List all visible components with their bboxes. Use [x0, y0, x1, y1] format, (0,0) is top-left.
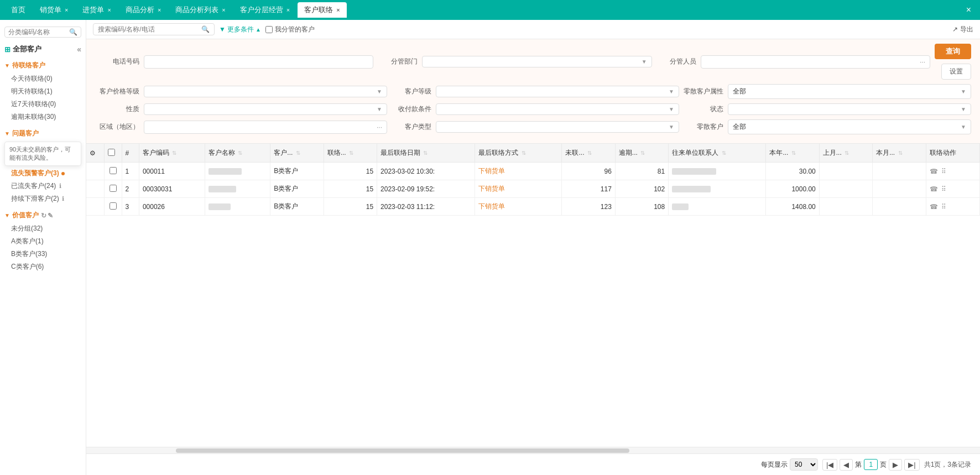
- td-check-1[interactable]: [104, 163, 122, 180]
- th-uncontacted[interactable]: 未联... ⇅: [562, 144, 615, 163]
- th-last-month[interactable]: 上月... ⇅: [819, 144, 872, 163]
- th-overdue[interactable]: 逾期... ⇅: [615, 144, 668, 163]
- sidebar-item-lost[interactable]: 已流失客户(24) ℹ: [0, 180, 86, 192]
- sidebar-collapse-icon[interactable]: «: [77, 45, 81, 54]
- row1-checkbox[interactable]: [110, 167, 117, 174]
- select-all-checkbox[interactable]: [108, 149, 115, 156]
- tab-customer-connect-close[interactable]: ×: [336, 7, 340, 13]
- th-last-date[interactable]: 最后联络日期 ⇅: [377, 144, 475, 163]
- th-this-month[interactable]: 本月... ⇅: [873, 144, 926, 163]
- th-type[interactable]: 客户... ⇅: [270, 144, 324, 163]
- horizontal-scrollbar[interactable]: [86, 447, 980, 453]
- zero-attr-select[interactable]: 全部 ▼: [728, 84, 971, 99]
- th-contact[interactable]: 联络... ⇅: [324, 144, 377, 163]
- tab-analysis-table-close[interactable]: ×: [222, 7, 225, 13]
- sidebar-search-input[interactable]: [8, 28, 69, 36]
- tab-purchase[interactable]: 进货单 ×: [76, 2, 117, 18]
- th-contacts[interactable]: 往来单位联系人 ⇅: [669, 144, 766, 163]
- sidebar-item-typeC[interactable]: C类客户(6): [0, 260, 86, 273]
- tab-sales[interactable]: 销货单 ×: [33, 2, 75, 18]
- status-select[interactable]: ▼: [728, 103, 971, 115]
- price-level-select[interactable]: ▼: [144, 86, 387, 97]
- th-last-method[interactable]: 最后联络方式 ⇅: [475, 144, 562, 163]
- sidebar-item-typeB[interactable]: B类客户(33): [0, 248, 86, 260]
- tab-home[interactable]: 首页: [4, 2, 32, 18]
- sidebar-group-value-title[interactable]: ▼ 价值客户 ↻ ✎: [0, 208, 86, 222]
- tab-analysis[interactable]: 商品分析 ×: [119, 2, 168, 18]
- settings-btn[interactable]: 设置: [941, 64, 971, 80]
- payment-select[interactable]: ▼: [436, 103, 679, 115]
- th-gear[interactable]: ⚙: [86, 144, 104, 163]
- phone-input[interactable]: [144, 55, 373, 69]
- th-this-year[interactable]: 本年... ⇅: [766, 144, 819, 163]
- refresh-icon[interactable]: ↻: [41, 212, 46, 220]
- gender-select[interactable]: ▼: [144, 103, 387, 115]
- sidebar-search-icon[interactable]: 🔍: [69, 28, 77, 36]
- sidebar-item-today[interactable]: 今天待联络(0): [0, 72, 86, 85]
- action-more-icon-1[interactable]: ⠿: [941, 168, 946, 175]
- sidebar-item-declining[interactable]: 持续下滑客户(2) ℹ: [0, 192, 86, 205]
- action-call-icon-2[interactable]: ☎: [930, 185, 938, 193]
- td-method-2[interactable]: 下销货单: [475, 180, 562, 198]
- sidebar-item-warn-loss[interactable]: 流失预警客户(3): [0, 167, 86, 180]
- scrollbar-thumb[interactable]: [176, 448, 629, 453]
- td-method-3[interactable]: 下销货单: [475, 198, 562, 216]
- tab-customer-layer[interactable]: 客户分层经营 ×: [233, 2, 296, 18]
- sidebar-group-problem-title[interactable]: ▼ 问题客户: [0, 127, 86, 140]
- action-more-icon-3[interactable]: ⠿: [941, 203, 946, 211]
- row2-checkbox[interactable]: [110, 185, 117, 192]
- my-customers-checkbox[interactable]: 我分管的客户: [265, 25, 315, 34]
- manager-select[interactable]: ···: [701, 55, 930, 69]
- search-icon[interactable]: 🔍: [201, 25, 210, 33]
- method-link-3[interactable]: 下销货单: [478, 202, 505, 210]
- tab-analysis-close[interactable]: ×: [158, 7, 161, 13]
- sidebar-item-typeA[interactable]: A类客户(1): [0, 235, 86, 248]
- th-name[interactable]: 客户名称 ⇅: [205, 144, 270, 163]
- search-box[interactable]: 🔍: [93, 23, 215, 35]
- td-check-2[interactable]: [104, 180, 122, 198]
- tab-customer-layer-close[interactable]: ×: [286, 7, 290, 13]
- more-icon[interactable]: ···: [920, 58, 925, 66]
- my-customers-check[interactable]: [265, 26, 273, 33]
- method-link-1[interactable]: 下销货单: [478, 167, 505, 175]
- zero-customer-select[interactable]: 全部 ▼: [728, 119, 971, 134]
- tab-sales-close[interactable]: ×: [65, 7, 68, 13]
- prev-page-btn[interactable]: ◀: [840, 459, 853, 471]
- action-more-icon-2[interactable]: ⠿: [941, 185, 946, 193]
- action-call-icon-1[interactable]: ☎: [930, 168, 938, 175]
- customer-type-select[interactable]: ▼: [436, 121, 679, 133]
- customer-level-select[interactable]: ▼: [436, 86, 679, 97]
- more-conditions-btn[interactable]: ▼ 更多条件 ▲: [219, 25, 261, 34]
- first-page-btn[interactable]: |◀: [822, 459, 837, 471]
- sidebar-item-week[interactable]: 近7天待联络(0): [0, 98, 86, 111]
- filter-payment: 收付款条件 ▼: [387, 103, 679, 115]
- edit-icon[interactable]: ✎: [48, 212, 53, 220]
- dept-select[interactable]: ▼: [422, 56, 651, 67]
- sidebar-item-tomorrow[interactable]: 明天待联络(1): [0, 85, 86, 98]
- td-method-1[interactable]: 下销货单: [475, 163, 562, 180]
- sidebar-group-pending-title[interactable]: ▼ 待联络客户: [0, 59, 86, 72]
- td-check-3[interactable]: [104, 198, 122, 216]
- region-more-icon[interactable]: ···: [377, 123, 382, 131]
- sidebar-all-customers[interactable]: ⊞ 全部客户 «: [0, 42, 86, 56]
- sidebar-item-ungroup[interactable]: 未分组(32): [0, 222, 86, 235]
- sidebar-search-box[interactable]: 🔍: [4, 27, 81, 38]
- filter-dept: 分管部门 ▼: [373, 56, 651, 67]
- row3-checkbox[interactable]: [110, 202, 117, 210]
- export-btn[interactable]: ↗ 导出: [952, 25, 973, 34]
- per-page-select[interactable]: 50 100 200: [790, 458, 818, 471]
- window-close-btn[interactable]: ×: [962, 5, 976, 15]
- tab-analysis-table[interactable]: 商品分析列表 ×: [169, 2, 232, 18]
- query-btn[interactable]: 查询: [935, 44, 971, 59]
- th-checkbox[interactable]: [104, 144, 122, 163]
- th-code[interactable]: 客户编码 ⇅: [139, 144, 205, 163]
- region-select[interactable]: ···: [144, 121, 387, 134]
- next-page-btn[interactable]: ▶: [889, 459, 902, 471]
- action-call-icon-3[interactable]: ☎: [930, 203, 938, 211]
- last-page-btn[interactable]: ▶|: [904, 459, 919, 471]
- sidebar-item-overdue[interactable]: 逾期未联络(30): [0, 111, 86, 123]
- search-input[interactable]: [98, 25, 199, 33]
- method-link-2[interactable]: 下销货单: [478, 185, 505, 192]
- tab-customer-connect[interactable]: 客户联络 ×: [298, 2, 346, 18]
- tab-purchase-close[interactable]: ×: [107, 7, 111, 13]
